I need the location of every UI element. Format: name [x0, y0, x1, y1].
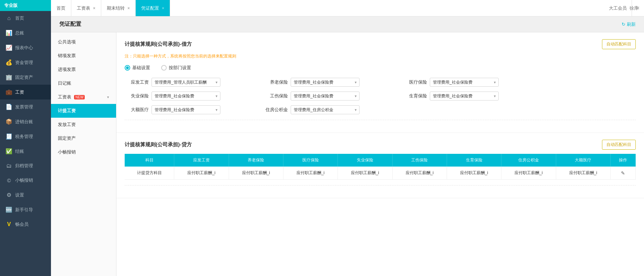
field-work-injury: 工伤保险 管理费用_社会保险费 ▾ — [264, 92, 395, 100]
radio-dept-circle — [161, 65, 167, 71]
funds-icon: 💰 — [6, 59, 12, 66]
label-large-medical: 大额医疗 — [125, 107, 149, 113]
nav-item-journal[interactable]: 日记账 — [51, 76, 116, 90]
select-wrapper-unemployment: 管理费用_社会保险费 ▾ — [152, 92, 220, 100]
close-panel-button[interactable]: ✕ — [632, 0, 644, 16]
select-pension[interactable]: 管理费用_社会保险费 — [291, 78, 360, 87]
credit-section-title: 计提核算规则(公司承担)-贷方 — [125, 141, 192, 148]
credit-auto-match-button[interactable]: 自动匹配科目 — [602, 140, 636, 150]
credit-table-body: 计提贷方科目 应付职工薪酬_i 应付职工薪酬_i 应付职工薪酬_i 应付职工薪酬… — [125, 167, 636, 180]
user-role: 大工会员 — [609, 5, 627, 11]
sidebar-label-purchase: 进销台账 — [15, 119, 33, 125]
debit-form-row-1: 应发工资 管理费用_管理人员职工薪酬 ▾ 养老保险 — [125, 78, 636, 87]
sidebar-item-settle[interactable]: ✅ 结账 — [0, 144, 51, 159]
sidebar-item-salary[interactable]: 💼 工资 — [0, 85, 51, 99]
debit-form-row-3: 大额医疗 管理费用_社会保险费 ▾ 住房公积金 — [125, 105, 636, 114]
radio-basic-circle — [125, 65, 130, 71]
select-large-medical[interactable]: 管理费用_社会保险费 — [152, 105, 220, 114]
content-wrapper: 公共选项 销项发票 进项发票 日记账 工资表 NEW ▾ 计提工资 — [51, 32, 644, 276]
nav-item-calc-wage[interactable]: 计提工资 — [51, 104, 116, 118]
tab-home[interactable]: 首页 — [51, 0, 71, 16]
select-work-injury[interactable]: 管理费用_社会保险费 — [291, 92, 360, 100]
sidebar-item-funds[interactable]: 💰 资金管理 — [0, 55, 51, 70]
field-medical: 医疗保险 管理费用_社会保险费 ▾ — [403, 78, 534, 87]
nav-label-purchase: 进项发票 — [58, 66, 76, 73]
topbar: 首页 工资表 × 期末结转 × 凭证配置 × 大工会员 徐库 ✕ — [51, 0, 644, 17]
debit-form-grid: 应发工资 管理费用_管理人员职工薪酬 ▾ 养老保险 — [125, 78, 636, 114]
nav-item-public[interactable]: 公共选项 — [51, 35, 116, 49]
select-housing-fund[interactable]: 管理费用_住房公积金 — [291, 105, 360, 114]
edit-icon[interactable]: ✎ — [621, 170, 625, 176]
tab-voucher-config[interactable]: 凭证配置 × — [136, 0, 170, 16]
new-badge: NEW — [74, 95, 85, 99]
tab-voucher-label: 凭证配置 — [141, 5, 159, 11]
tab-home-label: 首页 — [56, 5, 65, 11]
sidebar-item-tax[interactable]: 🧾 税务管理 — [0, 129, 51, 144]
guide-icon: 🆕 — [6, 206, 12, 213]
nav-item-purchase-invoice[interactable]: 进项发票 — [51, 63, 116, 76]
tax-icon: 🧾 — [6, 133, 12, 140]
nav-item-sales-invoice[interactable]: 销项发票 — [51, 49, 116, 63]
select-salary[interactable]: 管理费用_管理人员职工薪酬 — [152, 78, 220, 87]
col-pension: 养老保险 — [229, 154, 283, 167]
sidebar-item-assets[interactable]: 🏢 固定资产 — [0, 70, 51, 85]
sidebar-item-purchase[interactable]: 📦 进销台账 — [0, 114, 51, 129]
select-wrapper-work-injury: 管理费用_社会保险费 ▾ — [291, 92, 360, 100]
sidebar-item-invoice[interactable]: 📄 发票管理 — [0, 99, 51, 114]
tab-period-end[interactable]: 期末结转 × — [101, 0, 136, 16]
tab-salary-close[interactable]: × — [93, 6, 95, 11]
settle-icon: ✅ — [6, 148, 12, 155]
cell-subject: 计提贷方科目 — [125, 167, 174, 180]
radio-basic[interactable]: 基础设置 — [125, 65, 150, 71]
nav-item-fixed-assets[interactable]: 固定资产 — [51, 131, 116, 145]
sidebar-item-home[interactable]: ⌂ 首页 — [0, 11, 51, 25]
select-unemployment[interactable]: 管理费用_社会保险费 — [152, 92, 220, 100]
reports-icon: 📈 — [6, 44, 12, 51]
sidebar-label-home: 首页 — [15, 15, 24, 21]
field-large-medical: 大额医疗 管理费用_社会保险费 ▾ — [125, 105, 256, 114]
invoice-icon: 📄 — [6, 104, 12, 110]
refresh-button[interactable]: ↻ 刷新 — [622, 21, 636, 28]
nav-label-journal: 日记账 — [58, 80, 71, 86]
sidebar-item-archive[interactable]: 🗂 归档管理 — [0, 159, 51, 173]
sidebar-label-report2: 小畅报销 — [15, 177, 33, 183]
debit-note: 注：只能选择一种方式，系统将按照您当前的选择来配置规则 — [125, 53, 636, 59]
select-wrapper-salary: 管理费用_管理人员职工薪酬 ▾ — [152, 78, 220, 87]
nav-label-sales: 销项发票 — [58, 53, 76, 59]
tab-voucher-close[interactable]: × — [162, 6, 164, 11]
tab-salary-table[interactable]: 工资表 × — [71, 0, 101, 16]
field-maternity: 生育保险 管理费用_社会保险费 ▾ — [403, 92, 534, 100]
sidebar-item-report2[interactable]: © 小畅报销 — [0, 173, 51, 188]
nav-item-expense-report[interactable]: 小畅报销 — [51, 145, 116, 159]
assets-icon: 🏢 — [6, 74, 12, 81]
credit-divider — [125, 185, 636, 185]
select-medical[interactable]: 管理费用_社会保险费 — [430, 78, 499, 87]
sidebar-label-reports: 报表中心 — [15, 45, 33, 51]
nav-item-wage-table[interactable]: 工资表 NEW ▾ — [51, 90, 116, 104]
col-medical: 医疗保险 — [283, 154, 337, 167]
purchase-icon: 📦 — [6, 118, 12, 125]
label-salary: 应发工资 — [125, 79, 149, 85]
label-work-injury: 工伤保险 — [264, 93, 288, 99]
sidebar-item-settings[interactable]: ⚙ 设置 — [0, 188, 51, 202]
member-icon: V — [6, 221, 12, 227]
debit-divider — [125, 120, 636, 120]
col-subject: 科目 — [125, 154, 174, 167]
sidebar-item-reports[interactable]: 📈 报表中心 — [0, 40, 51, 55]
label-pension: 养老保险 — [264, 79, 288, 85]
refresh-icon: ↻ — [622, 22, 625, 27]
col-housing-fund: 住房公积金 — [501, 154, 556, 167]
debit-section-title: 计提核算规则(公司承担)-借方 — [125, 41, 192, 47]
tab-salary-label: 工资表 — [77, 5, 90, 11]
col-maternity: 生育保险 — [447, 154, 501, 167]
sidebar-item-guide[interactable]: 🆕 新手引导 — [0, 202, 51, 217]
select-maternity[interactable]: 管理费用_社会保险费 — [430, 92, 499, 100]
sidebar-item-ledger[interactable]: 📊 总账 — [0, 25, 51, 40]
cell-action: ✎ — [610, 167, 635, 180]
page-title: 凭证配置 — [59, 21, 81, 28]
debit-auto-match-button[interactable]: 自动匹配科目 — [602, 39, 636, 49]
radio-dept[interactable]: 按部门设置 — [161, 65, 191, 71]
sidebar-item-member[interactable]: V 畅会员 — [0, 217, 51, 232]
nav-item-pay-wage[interactable]: 发放工资 — [51, 118, 116, 131]
tab-period-close[interactable]: × — [127, 6, 130, 11]
